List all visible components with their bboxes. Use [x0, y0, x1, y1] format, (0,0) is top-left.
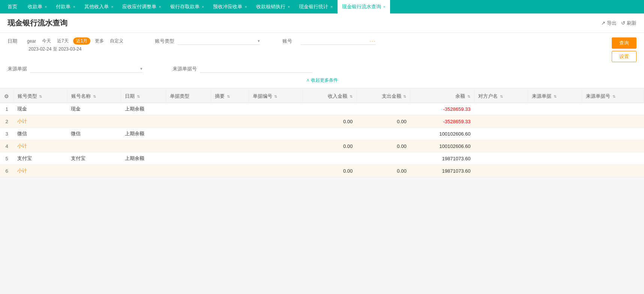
date-btn-7days[interactable]: 近7天: [56, 37, 70, 45]
cell-doc-no-0: [249, 103, 302, 115]
close-tab-8-icon[interactable]: ×: [383, 4, 386, 9]
cell-expense-2: [356, 128, 410, 140]
close-tab-7-icon[interactable]: ×: [330, 4, 333, 9]
col-account-type[interactable]: 账号类型 ⇅: [14, 90, 67, 103]
date-btn-1month[interactable]: 近1月: [73, 37, 91, 45]
cell-date-1: [121, 115, 166, 128]
cell-source-doc-no-2: [582, 128, 644, 140]
cell-doc-no-4: [249, 152, 302, 165]
source-doc-no-input[interactable]: [200, 65, 312, 72]
source-doc-no-label: 来源单据号: [173, 66, 197, 72]
cell-income-0: [303, 103, 356, 115]
cell-doc-no-3: [249, 140, 302, 152]
cell-doc-no-2: [249, 128, 302, 140]
sort-income-icon: ⇅: [350, 94, 353, 98]
cell-date-4: 上期余额: [121, 152, 166, 165]
nav-tab-tiaozhendan[interactable]: 应收应付调整单 ×: [118, 0, 165, 13]
account-no-input-wrap[interactable]: ···: [300, 37, 376, 45]
close-tab-3-icon[interactable]: ×: [159, 4, 161, 9]
cell-account-name-5: [67, 165, 121, 177]
account-type-select-wrap[interactable]: ▾: [177, 37, 260, 45]
col-counterpart[interactable]: 对方户名 ⇅: [474, 90, 528, 103]
header-actions: ↗ 导出 ↺ 刷新: [601, 20, 636, 27]
date-label: 日期: [8, 38, 23, 45]
col-doc-no[interactable]: 单据编号 ⇅: [249, 90, 302, 103]
cell-summary-4: [211, 152, 249, 165]
col-source-doc-no[interactable]: 来源单据号 ⇅: [582, 90, 644, 103]
nav-tab-fukudan[interactable]: 付款单 ×: [51, 0, 80, 13]
cell-expense-4: [356, 152, 410, 165]
top-navigation: 首页 收款单 × 付款单 × 其他收入单 × 应收应付调整单 × 银行存取款单 …: [0, 0, 644, 13]
source-doc-input[interactable]: [30, 65, 139, 72]
col-expense[interactable]: 支出金额 ⇅: [356, 90, 410, 103]
cell-account-name-0: 现金: [67, 103, 121, 115]
cell-account-name-2: 微信: [67, 128, 121, 140]
refresh-button[interactable]: ↺ 刷新: [621, 20, 636, 27]
collapse-icon: ∧: [306, 78, 310, 83]
settings-button[interactable]: 设置: [612, 51, 636, 62]
col-balance[interactable]: 余额 ⇅: [410, 90, 474, 103]
account-type-input[interactable]: [177, 37, 256, 45]
col-summary[interactable]: 摘要 ⇅: [211, 90, 249, 103]
cell-doc-type-5: [166, 165, 211, 177]
col-income[interactable]: 收入金额 ⇅: [303, 90, 356, 103]
query-button[interactable]: 查询: [612, 37, 636, 49]
cell-balance-5: 19871073.60: [410, 165, 474, 177]
cell-summary-3: [211, 140, 249, 152]
table-row: 2 小计 0.00 0.00 -3528659.33: [0, 115, 644, 128]
cell-source-doc-no-4: [582, 152, 644, 165]
close-tab-0-icon[interactable]: ×: [45, 4, 47, 9]
account-no-more-icon[interactable]: ···: [369, 38, 376, 44]
source-doc-dropdown-icon: ▾: [140, 66, 143, 71]
nav-tab-shoudan-hexiao[interactable]: 收款核销执行 ×: [252, 0, 294, 13]
cell-account-type-2: 微信: [14, 128, 67, 140]
date-btn-more[interactable]: 更多: [93, 37, 105, 45]
date-shortcuts: gear 今天 近7天 近1月 更多 自定义: [26, 37, 125, 45]
nav-tab-liushui-query[interactable]: 现金银行流水查询 ×: [338, 0, 390, 13]
export-button[interactable]: ↗ 导出: [601, 20, 617, 27]
cell-source-doc-0: [528, 103, 582, 115]
col-account-name[interactable]: 账号名称 ⇅: [67, 90, 121, 103]
close-tab-5-icon[interactable]: ×: [245, 4, 247, 9]
nav-home[interactable]: 首页: [2, 0, 23, 13]
col-source-doc[interactable]: 来源单据 ⇅: [528, 90, 582, 103]
date-btn-custom[interactable]: 自定义: [108, 37, 125, 45]
col-gear[interactable]: ⚙: [0, 90, 14, 103]
account-no-input[interactable]: [300, 37, 368, 45]
cell-summary-1: [211, 115, 249, 128]
cell-summary-5: [211, 165, 249, 177]
cell-index-2: 3: [0, 128, 14, 140]
nav-tab-qitashourudan[interactable]: 其他收入单 ×: [80, 0, 118, 13]
cell-source-doc-no-3: [582, 140, 644, 152]
date-btn-yesterday[interactable]: gear: [26, 38, 38, 44]
table-row: 6 小计 0.00 0.00 19871073.60: [0, 165, 644, 177]
close-tab-2-icon[interactable]: ×: [111, 4, 113, 9]
sort-source-doc-icon: ⇅: [554, 94, 557, 98]
cell-index-0: 1: [0, 103, 14, 115]
cell-index-4: 5: [0, 152, 14, 165]
refresh-icon: ↺: [621, 20, 625, 26]
col-doc-type[interactable]: 单据类型: [166, 90, 211, 103]
date-btn-today[interactable]: 今天: [41, 37, 53, 45]
cell-income-4: [303, 152, 356, 165]
source-doc-select-wrap[interactable]: ▾: [30, 65, 143, 73]
nav-tab-yinhangcunqu[interactable]: 银行存取款单 ×: [166, 0, 209, 13]
nav-tab-shoudan[interactable]: 收款单 ×: [23, 0, 51, 13]
cell-source-doc-5: [528, 165, 582, 177]
cell-counterpart-1: [474, 115, 528, 128]
col-date[interactable]: 日期 ⇅: [121, 90, 166, 103]
cell-balance-1: -3528659.33: [410, 115, 474, 128]
cell-date-5: [121, 165, 166, 177]
close-tab-6-icon[interactable]: ×: [288, 4, 290, 9]
collapse-bar[interactable]: ∧ 收起更多条件: [8, 76, 636, 85]
cell-doc-type-4: [166, 152, 211, 165]
source-doc-no-input-wrap[interactable]: [200, 65, 312, 73]
close-tab-4-icon[interactable]: ×: [202, 4, 204, 9]
page-title: 现金银行流水查询: [8, 18, 68, 28]
close-tab-1-icon[interactable]: ×: [73, 4, 75, 9]
nav-tab-xianjin-tongji[interactable]: 现金银行统计 ×: [294, 0, 337, 13]
cell-account-name-1: [67, 115, 121, 128]
cell-doc-type-0: [166, 103, 211, 115]
cell-doc-no-1: [249, 115, 302, 128]
nav-tab-yushoudan[interactable]: 预收冲应收单 ×: [209, 0, 251, 13]
